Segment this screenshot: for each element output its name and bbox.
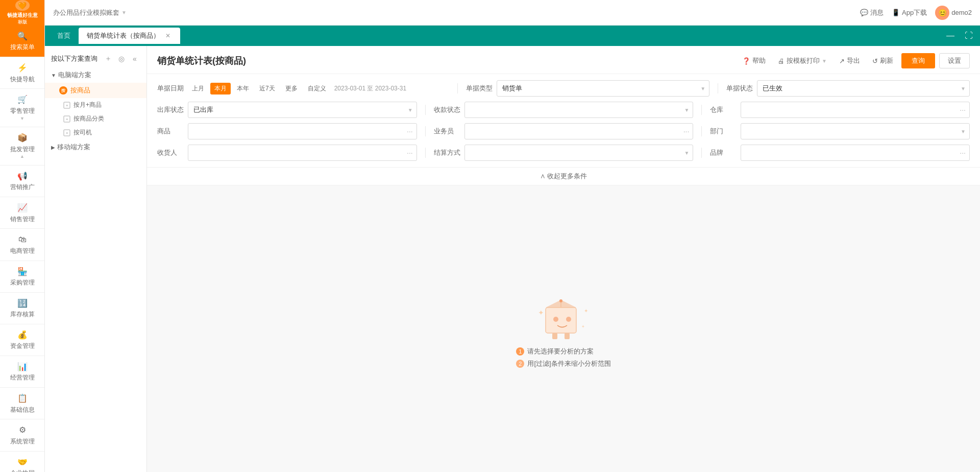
settings-btn[interactable]: 设置 <box>939 53 970 68</box>
scheme-group-pc-header[interactable]: ▼ 电脑端方案 <box>45 67 146 83</box>
dept-control: ▼ <box>741 123 970 139</box>
payment-input[interactable] <box>464 145 694 161</box>
topbar: 办公用品行业模拟账套 ▼ 💬 消息 📱 App下载 😊 demo2 <box>45 0 980 26</box>
query-btn[interactable]: 查询 <box>901 53 935 68</box>
panel-collapse-btn[interactable]: « <box>129 53 140 64</box>
sidebar-item-quick-nav[interactable]: ⚡ 快捷导航 <box>0 57 44 89</box>
group-pc-label: 电脑端方案 <box>58 70 91 80</box>
filter-row-1: 单据日期 上月 本月 本年 近7天 更多 自定义 2023-03-01 至 20… <box>157 80 970 97</box>
filter-area: 单据日期 上月 本月 本年 近7天 更多 自定义 2023-03-01 至 20… <box>147 74 980 168</box>
sidebar-item-retail[interactable]: 🛒 零售管理 ▼ <box>0 89 44 127</box>
sidebar-item-marketing[interactable]: 📢 营销推广 <box>0 166 44 197</box>
scheme-icon-by-goods: 按 <box>59 86 67 95</box>
receipt-status-label: 收款状态 <box>434 105 464 114</box>
scheme-item-by-month-goods[interactable]: ≡ 按月+商品 <box>45 98 146 112</box>
topbar-left: 办公用品行业模拟账套 ▼ <box>53 8 127 17</box>
tab-close-icon[interactable]: ✕ <box>164 32 172 40</box>
receipt-status-input[interactable] <box>464 102 694 118</box>
tab-minimize-btn[interactable]: — <box>943 29 958 43</box>
scheme-item-by-goods[interactable]: 按 按商品 <box>45 83 146 98</box>
industry-dropdown[interactable]: 办公用品行业模拟账套 ▼ <box>53 8 127 17</box>
message-btn[interactable]: 💬 消息 <box>860 8 884 17</box>
refresh-label: 刷新 <box>880 56 893 65</box>
date-range: 2023-03-01 至 2023-03-31 <box>334 84 406 93</box>
salesperson-input[interactable] <box>464 123 694 139</box>
sidebar-item-inventory[interactable]: 🔢 库存核算 <box>0 293 44 324</box>
payment-label: 结算方式 <box>434 148 464 157</box>
sales-icon: 📈 <box>17 202 28 214</box>
scheme-group-mobile: ▶ 移动端方案 <box>45 139 146 155</box>
sidebar-item-sales[interactable]: 📈 销售管理 <box>0 197 44 229</box>
warehouse-input[interactable] <box>741 102 970 118</box>
date-tab-7days[interactable]: 近7天 <box>255 83 279 95</box>
recipient-input[interactable] <box>188 145 417 161</box>
sub-icon-category: ≡ <box>63 115 70 123</box>
brand-input[interactable] <box>741 145 970 161</box>
scheme-label-by-register: 按司机 <box>74 128 92 137</box>
date-tab-this-month[interactable]: 本月 <box>210 83 231 95</box>
svg-rect-6 <box>546 308 576 333</box>
app-download-btn[interactable]: 📱 App下载 <box>892 8 927 17</box>
divider-8 <box>701 148 702 158</box>
date-tab-custom[interactable]: 自定义 <box>304 83 330 95</box>
message-label: 消息 <box>870 8 884 17</box>
user-menu-btn[interactable]: 😊 demo2 <box>935 6 972 20</box>
date-tab-more[interactable]: 更多 <box>281 83 302 95</box>
scheme-group-mobile-header[interactable]: ▶ 移动端方案 <box>45 139 146 155</box>
filter-field-receipt-status: 收款状态 ▼ <box>434 102 694 118</box>
doc-status-input[interactable] <box>757 80 970 97</box>
sidebar-label-finance: 资金管理 <box>10 342 35 350</box>
export-btn[interactable]: ↗ 导出 <box>835 54 864 67</box>
group-mobile-label: 移动端方案 <box>57 143 90 152</box>
collapse-icon: « <box>133 55 137 63</box>
template-print-btn[interactable]: 🖨 按模板打印 ▼ <box>774 54 831 67</box>
sidebar-item-base[interactable]: 📋 基础信息 <box>0 388 44 419</box>
tab-maximize-btn[interactable]: ⛶ <box>962 29 976 43</box>
date-tabs: 上月 本月 本年 近7天 更多 自定义 2023-03-01 至 2023-03… <box>188 83 406 95</box>
download-icon: 📱 <box>892 9 900 16</box>
date-tab-last-month[interactable]: 上月 <box>188 83 208 95</box>
collapse-more-btn[interactable]: ∧ 收起更多条件 <box>147 168 980 185</box>
panel-add-btn[interactable]: ＋ <box>103 53 114 64</box>
sidebar: 🧡 畅捷通好生意 标版 🔍 搜索菜单 ⚡ 快捷导航 🛒 零售管理 ▼ 📦 批发管… <box>0 0 45 472</box>
divider-3 <box>425 105 426 115</box>
settings-icon: ◎ <box>118 55 125 63</box>
filter-field-warehouse: 仓库 ··· <box>710 102 970 118</box>
filter-field-date: 单据日期 上月 本月 本年 近7天 更多 自定义 2023-03-01 至 20… <box>157 83 449 95</box>
sidebar-item-purchase[interactable]: 🏪 采购管理 <box>0 261 44 293</box>
marketing-icon: 📢 <box>17 171 28 182</box>
tab-home[interactable]: 首页 <box>49 28 79 44</box>
goods-input[interactable] <box>188 123 417 139</box>
sidebar-item-enterprise[interactable]: 🤝 企业协同 <box>0 452 44 472</box>
mobile-group-expand-icon: ▶ <box>51 145 55 150</box>
empty-text: 1 请先选择要分析的方案 2 用[过滤]条件来缩小分析范围 <box>516 347 610 368</box>
scheme-item-by-register[interactable]: ≡ 按司机 <box>45 126 146 139</box>
filter-field-doc-type: 单据类型 ▼ <box>466 80 709 97</box>
logo-subtitle: 标版 <box>18 19 27 26</box>
dept-input[interactable] <box>741 123 970 139</box>
help-btn[interactable]: ❓ 帮助 <box>738 54 770 67</box>
out-status-input[interactable] <box>188 102 417 118</box>
scheme-item-by-goods-category[interactable]: ≡ 按商品分类 <box>45 112 146 126</box>
sidebar-item-ecommerce[interactable]: 🛍 电商管理 <box>0 229 44 261</box>
collapse-label: ∧ 收起更多条件 <box>540 172 587 180</box>
tab-sales-stat[interactable]: 销货单统计表（按商品） ✕ <box>79 28 180 44</box>
empty-state: ✦ ✦ ✦ 1 请先选择要分析的方案 2 用[过滤]条件来缩小分析范围 <box>516 290 610 368</box>
retail-arrow: ▼ <box>20 115 24 122</box>
refresh-btn[interactable]: ↺ 刷新 <box>868 54 897 67</box>
sidebar-item-wholesale[interactable]: 📦 批发管理 ▲ <box>0 127 44 166</box>
filter-field-payment: 结算方式 ▼ <box>434 145 694 161</box>
content-area: ✦ ✦ ✦ 1 请先选择要分析的方案 2 用[过滤]条件来缩小分析范围 <box>147 185 980 472</box>
date-tab-this-year[interactable]: 本年 <box>233 83 253 95</box>
sidebar-item-system[interactable]: ⚙ 系统管理 <box>0 419 44 451</box>
doc-type-input[interactable] <box>497 80 709 97</box>
sidebar-item-search[interactable]: 🔍 搜索菜单 <box>0 26 44 57</box>
goods-label: 商品 <box>157 127 188 136</box>
filter-field-doc-status: 单据状态 ▼ <box>726 80 970 97</box>
date-filter: 上月 本月 本年 近7天 更多 自定义 2023-03-01 至 2023-03… <box>188 83 449 95</box>
panel-settings-btn[interactable]: ◎ <box>116 53 127 64</box>
export-icon: ↗ <box>839 57 845 65</box>
logo-text: 畅捷通好生意 <box>7 12 38 19</box>
sidebar-item-ops[interactable]: 📊 经营管理 <box>0 356 44 388</box>
sidebar-item-finance[interactable]: 💰 资金管理 <box>0 324 44 356</box>
